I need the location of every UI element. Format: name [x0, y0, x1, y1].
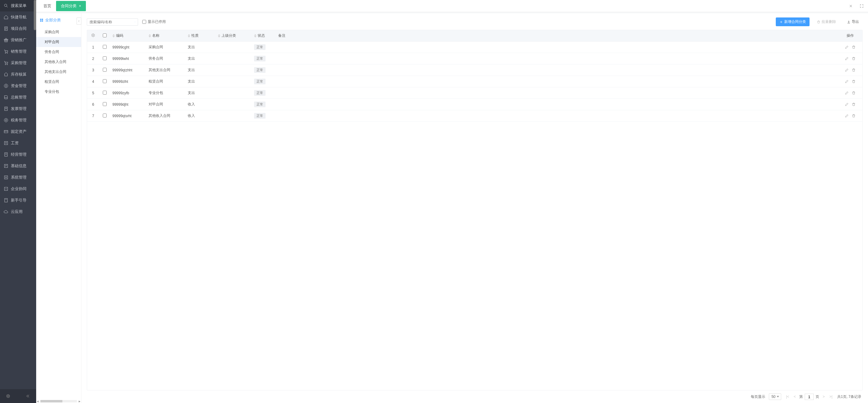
sidebar-item-16[interactable]: 企业协同 [0, 183, 36, 195]
sidebar-item-1[interactable]: 快捷导航 [0, 11, 36, 23]
doc-icon [4, 26, 8, 31]
sort-icon[interactable] [218, 34, 220, 37]
tree-head-all[interactable]: 全部分类 [36, 13, 81, 27]
per-page-select[interactable]: 50 [769, 393, 781, 400]
delete-icon[interactable] [852, 57, 856, 61]
sidebar-item-label: 项目合同 [11, 26, 27, 31]
cell-remark [276, 99, 838, 110]
sidebar-item-5[interactable]: 采购管理 [0, 57, 36, 69]
sidebar-item-12[interactable]: 工资 [0, 137, 36, 149]
sidebar-item-6[interactable]: 库存核算 [0, 69, 36, 80]
sort-icon[interactable] [149, 34, 151, 37]
sort-icon[interactable] [188, 34, 190, 37]
tree-item-2[interactable]: 劳务合同 [36, 47, 81, 57]
fullscreen-icon[interactable] [858, 2, 866, 10]
edit-icon[interactable] [845, 102, 849, 106]
select-all-checkbox[interactable] [99, 30, 110, 41]
edit-icon[interactable] [845, 79, 849, 83]
tab-close-icon[interactable]: × [79, 4, 81, 8]
delete-icon[interactable] [852, 114, 856, 118]
page-input[interactable] [805, 394, 814, 400]
sidebar-item-10[interactable]: 税务管理 [0, 114, 36, 126]
sidebar-item-17[interactable]: 新手引导 [0, 195, 36, 206]
delete-icon[interactable] [852, 79, 856, 83]
tree-item-6[interactable]: 专业分包 [36, 87, 81, 97]
sort-icon[interactable] [113, 34, 115, 37]
sidebar-item-8[interactable]: 总账管理 [0, 92, 36, 103]
sidebar-item-label: 企业协同 [11, 186, 27, 192]
collapse-sidebar-icon[interactable] [24, 392, 32, 400]
cell-nature: 支出 [185, 41, 216, 53]
show-disabled-input[interactable] [142, 20, 146, 24]
search-input[interactable] [90, 20, 135, 24]
scroll-left-arrow[interactable]: ◂ [36, 399, 39, 403]
tree-item-5[interactable]: 租赁合同 [36, 77, 81, 87]
delete-icon[interactable] [852, 45, 856, 49]
svg-rect-11 [4, 130, 8, 133]
row-checkbox[interactable] [99, 41, 110, 53]
export-label: 导出 [852, 19, 859, 24]
sidebar-scrollbar[interactable] [34, 0, 36, 30]
col-parent[interactable]: 上级分类 [216, 30, 252, 41]
sidebar-item-15[interactable]: 系统管理 [0, 172, 36, 183]
delete-icon[interactable] [852, 102, 856, 106]
tree-item-1[interactable]: 对甲合同 [36, 37, 81, 47]
close-tab-icon[interactable] [847, 2, 855, 10]
row-checkbox[interactable] [99, 99, 110, 110]
row-index: 1 [87, 41, 99, 53]
prev-page-button[interactable]: < [792, 395, 798, 399]
status-badge: 正常 [254, 56, 266, 62]
edit-icon[interactable] [845, 68, 849, 72]
sidebar-item-3[interactable]: 营销推广 [0, 34, 36, 46]
row-checkbox[interactable] [99, 87, 110, 99]
row-index: 3 [87, 64, 99, 76]
add-category-button[interactable]: 新增合同分类 [776, 18, 809, 26]
row-checkbox[interactable] [99, 110, 110, 122]
row-checkbox[interactable] [99, 76, 110, 87]
cell-parent [216, 53, 252, 64]
sidebar-item-2[interactable]: 项目合同 [0, 23, 36, 34]
sidebar-item-14[interactable]: 基础信息 [0, 160, 36, 172]
edit-icon[interactable] [845, 91, 849, 95]
scroll-right-arrow[interactable]: ▸ [78, 399, 81, 403]
tree-collapse-toggle[interactable] [76, 18, 82, 25]
row-checkbox[interactable] [99, 64, 110, 76]
next-page-button[interactable]: > [821, 395, 827, 399]
col-code[interactable]: 编码 [110, 30, 146, 41]
delete-icon[interactable] [852, 91, 856, 95]
edit-icon[interactable] [845, 114, 849, 118]
search-icon[interactable] [135, 20, 135, 24]
status-badge: 正常 [254, 67, 266, 73]
search-input-wrap[interactable] [87, 19, 138, 26]
export-button[interactable]: 导出 [843, 18, 863, 26]
sidebar-item-13[interactable]: 经营管理 [0, 149, 36, 160]
tree-item-4[interactable]: 其他支出合同 [36, 67, 81, 77]
col-name[interactable]: 名称 [146, 30, 185, 41]
batch-delete-button[interactable]: 批量删除 [813, 18, 840, 26]
tree-item-3[interactable]: 其他收入合同 [36, 57, 81, 67]
sidebar-item-7[interactable]: 资金管理 [0, 80, 36, 92]
sidebar-item-label: 云应用 [11, 209, 23, 214]
delete-icon[interactable] [852, 68, 856, 72]
tab-0[interactable]: 首页 [38, 1, 56, 11]
show-disabled-checkbox[interactable]: 显示已停用 [142, 19, 166, 24]
settings-icon[interactable] [4, 392, 12, 400]
edit-icon[interactable] [845, 45, 849, 49]
col-nature[interactable]: 性质 [185, 30, 216, 41]
col-status[interactable]: 状态 [252, 30, 276, 41]
tab-1[interactable]: 合同分类× [56, 1, 86, 11]
edit-icon[interactable] [845, 57, 849, 61]
sidebar-item-0[interactable]: 搜索菜单 [0, 0, 36, 11]
tree-item-0[interactable]: 采购合同 [36, 27, 81, 37]
row-checkbox[interactable] [99, 53, 110, 64]
sidebar-item-4[interactable]: 销售管理 [0, 46, 36, 57]
last-page-button[interactable]: >| [828, 395, 834, 399]
first-page-button[interactable]: |< [785, 395, 790, 399]
sidebar-item-9[interactable]: 发票管理 [0, 103, 36, 114]
column-settings[interactable] [87, 30, 99, 41]
sidebar-item-18[interactable]: 云应用 [0, 206, 36, 217]
mgmt-icon [4, 152, 8, 157]
sort-icon[interactable] [254, 34, 256, 37]
sidebar-item-11[interactable]: 固定资产 [0, 126, 36, 137]
tree-horizontal-scrollbar[interactable]: ◂ ▸ [36, 399, 81, 403]
